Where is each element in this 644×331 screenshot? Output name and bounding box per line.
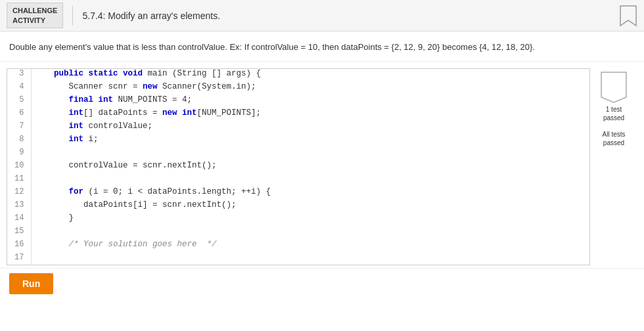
line-code: [31, 174, 589, 187]
description-content: Double any element's value that is less …: [9, 42, 535, 52]
line-number: 8: [7, 135, 31, 148]
line-code: [31, 227, 589, 240]
code-line-3: 3 public static void main (String [] arg…: [7, 69, 589, 82]
code-line-7: 7 int controlValue;: [7, 121, 589, 135]
line-code: for (i = 0; i < dataPoints.length; ++i) …: [31, 187, 589, 200]
line-number: 17: [7, 253, 31, 265]
code-editor[interactable]: 3 public static void main (String [] arg…: [7, 68, 590, 265]
code-line-8: 8 int i;: [7, 135, 589, 148]
code-line-17: 17: [7, 253, 589, 265]
bookmark-icon[interactable]: [619, 5, 637, 27]
line-number: 10: [7, 161, 31, 174]
test1-badge: 1 testpassed: [600, 71, 628, 122]
code-line-6: 6 int[] dataPoints = new int[NUM_POINTS]…: [7, 108, 589, 121]
line-number: 5: [7, 95, 31, 108]
line-code: int i;: [31, 135, 589, 148]
svg-marker-0: [620, 6, 636, 26]
description-text: Double any element's value that is less …: [0, 32, 644, 62]
header: CHALLENGEACTIVITY 5.7.4: Modify an array…: [0, 0, 644, 32]
code-line-15: 15: [7, 227, 589, 240]
right-panel: 1 testpassed All testspassed: [590, 68, 637, 265]
line-code: final int NUM_POINTS = 4;: [31, 95, 589, 108]
line-number: 6: [7, 108, 31, 121]
line-code: public static void main (String [] args)…: [31, 69, 589, 82]
bottom-bar: Run: [0, 268, 644, 299]
header-divider: [72, 6, 73, 26]
code-line-14: 14 }: [7, 213, 589, 227]
code-line-5: 5 final int NUM_POINTS = 4;: [7, 95, 589, 108]
challenge-badge: CHALLENGEACTIVITY: [7, 3, 63, 28]
line-number: 12: [7, 187, 31, 200]
line-code: /* Your solution goes here */: [31, 240, 589, 253]
line-number: 14: [7, 213, 31, 227]
line-code: int[] dataPoints = new int[NUM_POINTS];: [31, 108, 589, 121]
line-code: Scanner scnr = new Scanner(System.in);: [31, 82, 589, 95]
code-line-16: 16 /* Your solution goes here */: [7, 240, 589, 253]
line-code: controlValue = scnr.nextInt();: [31, 161, 589, 174]
line-number: 7: [7, 121, 31, 135]
code-line-9: 9: [7, 148, 589, 161]
page-title: 5.7.4: Modify an array's elements.: [82, 11, 619, 21]
line-number: 13: [7, 200, 31, 213]
line-code: int controlValue;: [31, 121, 589, 135]
line-code: dataPoints[i] = scnr.nextInt();: [31, 200, 589, 213]
code-line-13: 13 dataPoints[i] = scnr.nextInt();: [7, 200, 589, 213]
code-line-4: 4 Scanner scnr = new Scanner(System.in);: [7, 82, 589, 95]
line-number: 11: [7, 174, 31, 187]
line-number: 15: [7, 227, 31, 240]
all-tests-label: All testspassed: [602, 130, 625, 147]
line-number: 3: [7, 69, 31, 82]
code-table: 3 public static void main (String [] arg…: [7, 69, 589, 265]
code-line-12: 12 for (i = 0; i < dataPoints.length; ++…: [7, 187, 589, 200]
line-code: }: [31, 213, 589, 227]
line-code: [31, 253, 589, 265]
code-line-11: 11: [7, 174, 589, 187]
line-number: 9: [7, 148, 31, 161]
test2-badge: All testspassed: [602, 130, 625, 147]
run-button[interactable]: Run: [9, 273, 53, 294]
line-number: 4: [7, 82, 31, 95]
test1-label: 1 testpassed: [603, 105, 624, 122]
svg-marker-1: [601, 72, 626, 102]
code-line-10: 10 controlValue = scnr.nextInt();: [7, 161, 589, 174]
line-number: 16: [7, 240, 31, 253]
line-code: [31, 148, 589, 161]
